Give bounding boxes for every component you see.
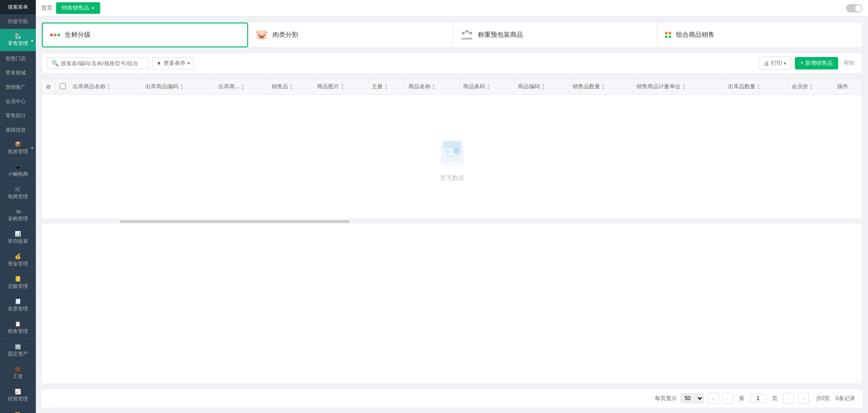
sort-arrows-main-weight[interactable]: ▲▼ [384, 83, 388, 91]
sidebar-item-tax[interactable]: 📋 税务管理 [0, 317, 36, 339]
th-sales-unit: 销售商品计量单位 ▲▼ [634, 79, 725, 95]
toggle-switch[interactable] [846, 4, 862, 12]
sidebar-item-base-info[interactable]: 📂 基础信息 [0, 407, 36, 413]
sort-arrows-product-image[interactable]: ▲▼ [340, 83, 344, 91]
page-content: 生鲜分级 🐷 肉类分割 称 [36, 17, 868, 413]
sort-arrows-member-price[interactable]: ▲▼ [810, 83, 813, 91]
expand-icon: ▲ [30, 38, 34, 42]
search-box[interactable]: 🔍 [47, 57, 148, 69]
sidebar-item-mini-ecom[interactable]: 📱 小畅电商 [0, 160, 36, 182]
invoice-icon: 🧾 [15, 298, 21, 304]
th-sales-product: 销售品 ▲▼ [269, 79, 314, 95]
sort-arrows-sales-unit[interactable]: ▲▼ [682, 83, 686, 91]
settings-icon: ⚙ [46, 84, 51, 90]
expand-icon-wholesale: ▼ [30, 146, 34, 150]
page-label-pre: 第 [739, 395, 744, 402]
filter-button[interactable]: ▼ 更多条件 ▾ [152, 57, 194, 69]
print-icon: 🖨 [764, 60, 769, 67]
empty-text: 暂无数据 [440, 174, 464, 182]
main-table: ⚙ 出库商品名称 ▲▼ 出库 [42, 79, 862, 219]
select-all-checkbox[interactable] [60, 83, 66, 89]
total-pages: 共0页 [816, 395, 830, 402]
th-product-name: 商品名称 ▲▼ [405, 79, 460, 95]
sidebar-item-members[interactable]: 会员中心 [0, 94, 36, 109]
sidebar-item-ecom-mgmt[interactable]: 🛒 电商管理 [0, 182, 36, 205]
ledger-icon: 📒 [15, 276, 21, 282]
th-out-product-code: 出库商品编码 ▲▼ [142, 79, 216, 95]
tab-weight-prepack[interactable]: 称重预包装商品 [453, 23, 658, 47]
sidebar-item-general-ledger[interactable]: 📒 总账管理 [0, 272, 36, 294]
svg-point-10 [446, 150, 449, 154]
th-out-product-name: 出库商品名称 ▲▼ [69, 79, 142, 95]
sort-arrows-product-name[interactable]: ▲▼ [432, 83, 436, 91]
chevron-down-icon: ▾ [187, 61, 190, 66]
svg-rect-5 [461, 38, 472, 40]
sidebar-item-inventory[interactable]: 📊 库存核算 [0, 227, 36, 249]
per-page-select[interactable]: 10 20 50 100 [681, 393, 704, 403]
sidebar-item-fixed-assets[interactable]: 🏢 固定资产 [0, 339, 36, 362]
sidebar-item-invoice[interactable]: 🧾 发票管理 [0, 294, 36, 317]
svg-point-9 [453, 147, 460, 155]
tab-cards: 生鲜分级 🐷 肉类分割 称 [41, 22, 862, 48]
tab-fresh-grading[interactable]: 生鲜分级 [42, 23, 248, 47]
th-product-image: 商品图片 ▲▼ [314, 79, 369, 95]
filter-icon: ▼ [156, 60, 162, 67]
print-dropdown-icon: ▾ [784, 61, 786, 66]
sort-arrows-out-product-name[interactable]: ▲▼ [107, 83, 111, 91]
sort-arrows-product-barcode[interactable]: ▲▼ [487, 83, 490, 91]
sidebar-item-wholesale[interactable]: 📦 批发管理 ▼ [0, 137, 36, 160]
search-input[interactable] [61, 60, 143, 67]
operations-icon: 📈 [15, 389, 21, 395]
close-tab-icon[interactable]: ✕ [91, 6, 95, 11]
print-button[interactable]: 🖨 打印 ▾ [759, 57, 791, 70]
sort-arrows-sales-product[interactable]: ▲▼ [289, 83, 293, 91]
tab-combo-sales[interactable]: 组合商品销售 [658, 23, 862, 47]
home-breadcrumb[interactable]: 首页 [41, 4, 52, 12]
retail-icon: 🏪 [15, 33, 21, 39]
horizontal-scrollbar-area [42, 219, 862, 224]
prev-page-button[interactable]: ‹ [722, 393, 733, 404]
th-settings[interactable]: ⚙ [42, 79, 56, 95]
search-icon: 🔍 [51, 60, 59, 67]
th-checkbox[interactable] [56, 79, 69, 95]
sort-arrows-out-quantity[interactable]: ▲▼ [757, 83, 760, 91]
sidebar-item-purchase[interactable]: 🛍 采购管理 [0, 205, 36, 227]
sidebar-item-operations[interactable]: 📈 经营管理 [0, 384, 36, 407]
page-number-input[interactable] [750, 394, 766, 403]
sidebar-item-base-info-retail[interactable]: 基础信息 [0, 123, 36, 137]
new-product-button[interactable]: + 新增销售品 [795, 57, 838, 69]
sort-arrows-product-code[interactable]: ▲▼ [541, 83, 545, 91]
th-out-quantity: 出库品数量 ▲▼ [725, 79, 789, 95]
pagination: 每页显示 10 20 50 100 « ‹ 第 页 › » 共0页 0条记录 [41, 389, 862, 407]
current-tab-badge[interactable]: 特殊销售品 ✕ [56, 2, 100, 14]
last-page-button[interactable]: » [798, 393, 809, 404]
sidebar-item-finance[interactable]: 💰 资金管理 [0, 249, 36, 272]
empty-illustration [434, 132, 471, 168]
horizontal-scrollbar-track[interactable] [120, 220, 350, 223]
table-container: ⚙ 出库商品名称 ▲▼ 出库 [41, 79, 862, 384]
sidebar-item-retail-stats[interactable]: 零售统计 [0, 109, 36, 123]
sort-arrows-out-product-code[interactable]: ▲▼ [180, 83, 183, 91]
sort-arrows-out-product-something[interactable]: ▲▼ [241, 83, 244, 91]
base-info-icon: 📂 [15, 411, 21, 413]
sidebar-item-retail-mall[interactable]: 零售商城 [0, 66, 36, 80]
sidebar-logo[interactable]: 搜索菜单 [0, 0, 36, 14]
fresh-grading-icon [50, 34, 60, 36]
ecom-icon: 🛒 [15, 186, 21, 192]
help-button[interactable]: 帮助 [842, 57, 857, 69]
next-page-button[interactable]: › [783, 393, 794, 404]
th-main-weight: 主量 ▲▼ [369, 79, 405, 95]
toolbar-right: 🖨 打印 ▾ + 新增销售品 帮助 [759, 57, 857, 70]
sidebar-item-smart-store[interactable]: 智慧门店 [0, 52, 36, 66]
sort-arrows-sales-quantity[interactable]: ▲▼ [601, 83, 605, 91]
svg-rect-11 [446, 155, 459, 157]
empty-state: 暂无数据 [42, 95, 862, 219]
sidebar-item-retail-mgmt[interactable]: 🏪 零售管理 ▲ [0, 29, 36, 52]
th-product-barcode: 商品条码 ▲▼ [460, 79, 515, 95]
first-page-button[interactable]: « [708, 393, 719, 404]
quick-nav-item[interactable]: 快捷导航 [0, 14, 36, 29]
sidebar-item-marketing[interactable]: 营销推广 [0, 80, 36, 94]
th-sales-quantity: 销售品数量 ▲▼ [570, 79, 634, 95]
tab-meat-cut[interactable]: 🐷 肉类分割 [248, 23, 453, 47]
sidebar-item-payroll[interactable]: 💼 工资 [0, 362, 36, 384]
